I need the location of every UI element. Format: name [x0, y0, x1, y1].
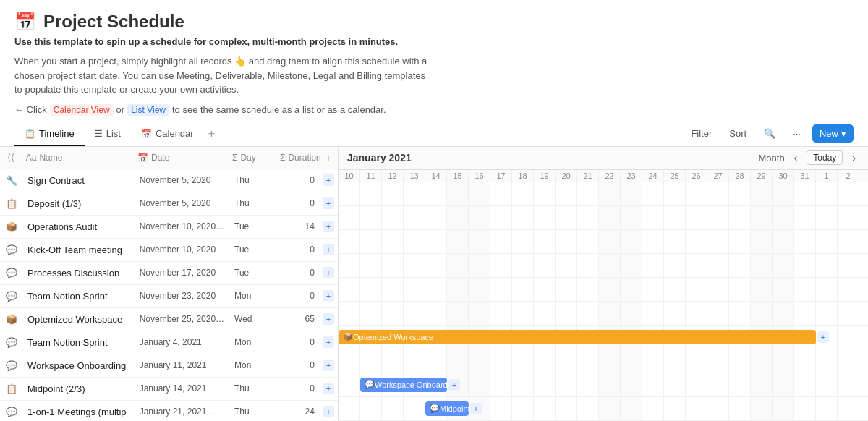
timeline-cell — [425, 302, 447, 325]
row-add[interactable]: + — [319, 406, 338, 417]
timeline-cell — [534, 206, 556, 229]
prev-month-button[interactable]: ‹ — [791, 150, 801, 165]
bar-add-button[interactable]: + — [470, 403, 482, 414]
table-row[interactable]: 💬 1-on-1 Meetings (multip January 21, 20… — [0, 401, 338, 422]
next-month-button[interactable]: › — [848, 150, 859, 165]
row-add[interactable]: + — [319, 336, 338, 348]
bar-label: Optemized Workspace — [353, 333, 433, 341]
timeline-bar[interactable]: 📦 Optemized Workspace — [339, 330, 816, 344]
timeline-cell — [404, 230, 425, 253]
row-date: November 10, 2020 — [135, 242, 230, 258]
timeline-cell — [534, 397, 556, 420]
date-header-cell: 11 — [360, 170, 382, 182]
timeline-cell — [773, 349, 794, 373]
row-add[interactable]: + — [319, 197, 338, 209]
list-view-tag[interactable]: List View — [127, 104, 169, 116]
row-date: November 23, 2020 — [135, 288, 230, 304]
tab-list[interactable]: ☰ List — [85, 122, 131, 146]
timeline-cell — [469, 230, 490, 253]
timeline-cell — [621, 182, 642, 205]
row-date: January 14, 2021 — [135, 380, 230, 396]
timeline-cell — [577, 302, 599, 325]
timeline-cell — [490, 349, 512, 373]
timeline-row: 💬 Workspace Onboarding+ — [339, 373, 868, 397]
row-add[interactable]: + — [319, 360, 338, 371]
bar-add-button[interactable]: + — [448, 379, 460, 391]
timeline-cell — [642, 206, 664, 229]
filter-button[interactable]: Filter — [685, 125, 718, 142]
timeline-cell — [469, 349, 490, 373]
table-row[interactable]: 💬 Team Notion Sprint November 23, 2020 M… — [0, 285, 338, 308]
timeline-cell — [686, 349, 707, 373]
timeline-cell — [642, 278, 664, 301]
row-add[interactable]: + — [319, 290, 338, 302]
row-name: Team Notion Sprint — [23, 334, 135, 351]
timeline-cell — [859, 302, 868, 325]
add-view-button[interactable]: + — [204, 122, 219, 146]
title-emoji: 📅 — [14, 12, 36, 32]
timeline-cell — [534, 278, 556, 301]
row-duration: 0 — [278, 380, 319, 396]
row-add[interactable]: + — [319, 383, 338, 394]
title-text: Project Schedule — [43, 12, 184, 32]
timeline-cell — [360, 278, 382, 301]
table-row[interactable]: 🔧 Sign Contract November 5, 2020 Thu 0 + — [0, 169, 338, 192]
timeline-cell — [707, 278, 729, 301]
tab-calendar[interactable]: 📅 Calendar — [131, 122, 204, 146]
timeline-cell — [816, 349, 838, 373]
date-header-cell: 24 — [642, 170, 664, 182]
tabs-bar: 📋 Timeline ☰ List 📅 Calendar + Filter So… — [0, 122, 868, 147]
duration-col-icon: Σ — [280, 153, 285, 163]
sort-button[interactable]: Sort — [723, 125, 752, 142]
table-row[interactable]: 📋 Midpoint (2/3) January 14, 2021 Thu 0 … — [0, 378, 338, 401]
tab-timeline[interactable]: 📋 Timeline — [14, 122, 85, 146]
row-date: January 21, 2021 → February — [135, 404, 230, 420]
timeline-cell — [556, 278, 577, 301]
row-name: Processes Discussion — [23, 265, 135, 281]
timeline-cell — [512, 206, 534, 229]
row-name: Operations Audit — [23, 218, 135, 235]
row-day: Wed — [230, 311, 278, 327]
tab-calendar-label: Calendar — [156, 128, 194, 139]
new-button[interactable]: New ▾ — [812, 124, 854, 143]
more-options-button[interactable]: ··· — [787, 125, 807, 142]
row-add[interactable]: + — [319, 221, 338, 232]
timeline-cell — [425, 182, 447, 205]
tab-timeline-label: Timeline — [39, 128, 75, 139]
timeline-cell — [642, 302, 664, 325]
month-selector[interactable]: Month — [758, 153, 784, 163]
table-row[interactable]: 📋 Deposit (1/3) November 5, 2020 Thu 0 + — [0, 192, 338, 216]
row-add[interactable]: + — [319, 174, 338, 186]
bar-icon: 💬 — [365, 380, 375, 389]
table-row[interactable]: 💬 Team Notion Sprint January 4, 2021 Mon… — [0, 331, 338, 354]
timeline-cell — [859, 326, 868, 349]
timeline-bar[interactable]: 💬 Midpoint (2/3) — [425, 401, 469, 416]
row-add[interactable]: + — [319, 244, 338, 255]
row-name: 1-on-1 Meetings (multip — [23, 404, 135, 420]
timeline-bar[interactable]: 💬 Workspace Onboarding — [360, 378, 447, 392]
collapse-button[interactable]: ⟨⟨ — [0, 152, 22, 163]
timeline-cell — [534, 373, 556, 396]
timeline-row — [339, 349, 868, 373]
table-row[interactable]: 📦 Optemized Workspace November 25, 2020 … — [0, 308, 338, 331]
timeline-cell — [707, 230, 729, 253]
row-duration: 0 — [278, 195, 319, 211]
row-add[interactable]: + — [319, 267, 338, 278]
table-row[interactable]: 💬 Kick-Off Team meeting November 10, 202… — [0, 239, 338, 262]
row-duration: 0 — [278, 357, 319, 373]
table-row[interactable]: 💬 Processes Discussion November 17, 2020… — [0, 262, 338, 285]
timeline-body: 📦 Optemized Workspace+💬 Workspace Onboar… — [339, 182, 868, 422]
search-button[interactable]: 🔍 — [758, 125, 781, 142]
row-date: November 5, 2020 — [135, 172, 230, 188]
table-rows: 🔧 Sign Contract November 5, 2020 Thu 0 +… — [0, 169, 338, 422]
row-add[interactable]: + — [319, 313, 338, 325]
today-button[interactable]: Today — [807, 150, 843, 165]
date-header-cell: 25 — [664, 170, 686, 182]
bar-add-button[interactable]: + — [817, 331, 829, 343]
timeline-cell — [621, 349, 642, 373]
timeline-header: January 2021 Month ‹ Today › — [339, 147, 868, 170]
calendar-view-tag[interactable]: Calendar View — [50, 104, 114, 116]
table-row[interactable]: 💬 Workspace Onboarding January 11, 2021 … — [0, 354, 338, 378]
col-add[interactable]: + — [319, 152, 338, 163]
table-row[interactable]: 📦 Operations Audit November 10, 2020 → N… — [0, 216, 338, 239]
